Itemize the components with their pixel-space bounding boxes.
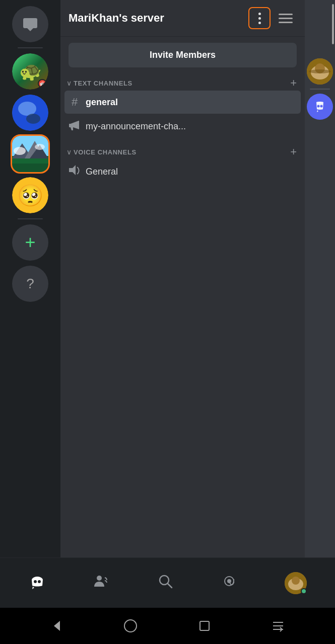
hash-icon: # [69,96,81,109]
svg-point-18 [309,69,331,73]
sidebar-item-mountain[interactable] [12,136,48,172]
invite-section: Invite Members [60,37,305,73]
plus-icon: + [25,232,35,253]
nav-item-profile[interactable] [277,568,315,598]
svg-point-19 [317,105,320,108]
hamburger-line-3 [279,22,293,23]
content-area: 🐢 📅 [0,0,335,557]
android-extra-button[interactable] [269,617,287,635]
voice-section-title-row: ∨ VOICE CHANNELS [66,148,137,156]
sidebar-item-planet[interactable] [12,95,48,131]
server-name: MariKhan's server [69,12,248,25]
question-icon: ? [26,276,34,292]
channel-name-announcements: my-announcement-cha... [86,121,297,132]
svg-marker-32 [54,621,60,631]
svg-point-22 [38,580,41,583]
nav-item-home[interactable] [21,569,54,597]
add-voice-channel-button[interactable]: + [290,146,297,157]
emoji-server-icon: 🥺 [12,177,48,213]
svg-rect-34 [200,621,209,630]
sidebar-divider-2 [18,218,43,219]
profile-avatar [285,572,307,594]
nav-item-friends[interactable] [85,569,118,597]
mountain-server-icon [12,136,48,172]
svg-point-20 [320,105,323,108]
bottom-nav [0,557,335,608]
svg-rect-11 [12,164,48,172]
app-container: 🐢 📅 [0,0,335,644]
nav-item-search[interactable] [149,569,182,597]
channel-list: ∨ TEXT CHANNELS + # general [60,73,305,557]
hamburger-line-1 [279,14,293,15]
voice-channels-chevron: ∨ [66,148,72,156]
android-recents-button[interactable] [195,617,214,635]
android-home-button[interactable] [121,617,140,635]
sidebar-item-dm[interactable] [12,6,48,42]
channel-item-general[interactable]: # general [64,91,301,114]
voice-channels-header[interactable]: ∨ VOICE CHANNELS + [64,142,301,159]
three-dots-icon [258,13,261,24]
planet-server-icon [12,95,48,131]
invite-members-button[interactable]: Invite Members [69,43,297,67]
online-indicator [301,588,307,594]
svg-point-12 [14,147,26,155]
friends-icon [93,573,110,593]
search-icon [157,573,174,593]
right-discord-button[interactable] [307,94,333,120]
voice-channels-title: VOICE CHANNELS [74,148,137,156]
right-divider [310,89,330,90]
android-nav [0,608,335,644]
android-back-button[interactable] [48,617,66,635]
server-sidebar: 🐢 📅 [0,0,60,557]
discord-home-icon [29,573,46,593]
channel-panel: MariKhan's server Invite Members [60,0,305,557]
megaphone-icon [69,120,81,133]
svg-point-3 [18,102,36,116]
svg-point-13 [35,144,45,150]
svg-point-21 [34,580,37,583]
more-options-button[interactable] [248,7,271,29]
mentions-icon [221,573,238,593]
speaker-icon [69,165,81,179]
svg-rect-0 [23,18,37,28]
channel-name-general: general [86,97,297,108]
svg-line-25 [168,584,172,588]
svg-point-23 [97,576,102,581]
voice-channels-section: ∨ VOICE CHANNELS + Genera [64,142,301,184]
sidebar-divider-1 [18,47,43,48]
channel-item-voice-general[interactable]: General [64,159,301,184]
scrollbar[interactable] [332,4,334,44]
text-channels-section: ∨ TEXT CHANNELS + # general [64,73,301,138]
text-channels-chevron: ∨ [66,79,72,87]
hamburger-line-2 [279,18,293,19]
add-server-button[interactable]: + [12,224,48,261]
add-text-channel-button[interactable]: + [290,77,297,89]
explore-button[interactable]: ? [12,266,48,302]
dm-icon [12,6,48,42]
text-channels-header[interactable]: ∨ TEXT CHANNELS + [64,73,301,91]
text-channels-title: TEXT CHANNELS [74,79,132,87]
hamburger-menu-button[interactable] [275,7,297,29]
sidebar-item-emoji[interactable]: 🥺 [12,177,48,213]
channel-header: MariKhan's server [60,0,305,37]
svg-marker-14 [69,165,76,175]
notification-badge: 📅 [38,79,47,88]
svg-marker-1 [27,28,33,31]
svg-point-4 [26,114,40,124]
right-panel [305,0,335,557]
nav-item-mentions[interactable] [213,569,246,597]
right-avatar[interactable] [307,58,333,85]
sidebar-item-minecraft[interactable]: 🐢 📅 [12,53,48,90]
svg-point-31 [292,577,300,585]
svg-point-33 [124,620,137,632]
section-title-row: ∨ TEXT CHANNELS [66,79,132,87]
channel-name-voice-general: General [86,167,297,177]
channel-item-announcements[interactable]: my-announcement-cha... [64,115,301,138]
